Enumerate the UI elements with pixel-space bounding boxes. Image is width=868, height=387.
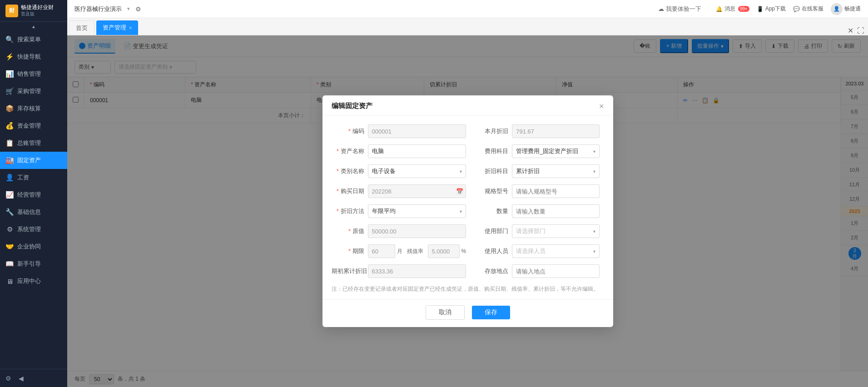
month-depr-input[interactable] [512,124,599,138]
sidebar-item-label: 固定资产 [17,156,41,164]
original-label: 原值 [332,227,364,235]
dept-select[interactable]: 请选择部门 ▾ [512,224,599,238]
bell-icon: 🔔 [716,6,723,12]
form-row-dept: 使用部门 请选择部门 ▾ [476,224,599,238]
collapse-icon[interactable]: ◀ [19,375,24,382]
modal-header: 编辑固定资产 × [322,95,613,115]
sidebar-item-inventory[interactable]: 📦 库存核算 [0,100,67,117]
quantity-input[interactable] [512,204,599,218]
sidebar-scroll-up[interactable]: ▲ [0,22,67,31]
code-label: 编码 [332,127,364,135]
experience-icon: ☁ [658,5,664,12]
form-row-period: 期限 月 残值率 % [332,244,466,258]
sidebar-item-search[interactable]: 🔍 搜索菜单 [0,31,67,48]
inventory-icon: 📦 [5,104,14,113]
tab-close-icon[interactable]: × [129,25,132,30]
sidebar-item-label: 快捷导航 [17,53,41,61]
sidebar-item-purchase[interactable]: 🛒 采购管理 [0,83,67,100]
expense-label: 费用科目 [476,147,508,155]
residual-unit: % [461,248,466,254]
download-icon: 📱 [757,6,764,12]
sidebar-item-finance[interactable]: 💰 资金管理 [0,117,67,134]
modal-title: 编辑固定资产 [332,102,372,110]
notifications-badge: 99+ [738,6,749,12]
name-input[interactable] [368,144,466,158]
form-row-depr-subject: 折旧科目 累计折旧 ▾ [476,164,599,178]
user-btn[interactable]: 👤 畅捷通 [831,3,861,15]
tab-asset[interactable]: 资产管理 × [96,20,138,35]
save-button[interactable]: 保存 [472,306,510,319]
sidebar-item-payroll[interactable]: 👤 工资 [0,169,67,186]
form-row-cumul: 期初累计折旧 [332,264,466,278]
logo-icon: 财 [5,5,18,17]
purchase-date-field: 📅 [368,184,466,198]
sidebar-item-label: 基础信息 [17,208,41,216]
spec-input[interactable] [512,184,599,198]
purchase-input[interactable] [368,184,466,198]
expense-select[interactable]: 管理费用_固定资产折旧 ▾ [512,144,599,158]
form-row-person: 使用人员 请选择人员 ▾ [476,244,599,258]
calendar-icon[interactable]: 📅 [456,188,463,195]
name-label: 资产名称 [332,147,364,155]
form-row-original: 原值 [332,224,466,238]
modal-body: 编码 资产名称 类别名称 电子设备 [322,115,613,283]
code-input[interactable] [368,124,466,138]
form-row-code: 编码 [332,124,466,138]
app-center-icon: 🖥 [5,277,14,285]
modal-footer: 取消 保存 [322,299,613,327]
sidebar-item-fixed-assets[interactable]: 🏭 固定资产 [0,152,67,169]
window-close-icon[interactable]: ✕ [848,26,853,35]
form-row-quantity: 数量 [476,204,599,218]
month-depr-label: 本月折旧 [476,127,508,135]
tabs-bar: 首页 资产管理 × ✕ ⛶ [67,18,868,35]
fixed-assets-icon: 🏭 [5,156,14,164]
depr-subject-select[interactable]: 累计折旧 ▾ [512,164,599,178]
sidebar-item-sales[interactable]: 📊 销售管理 [0,65,67,83]
quick-nav-icon: ⚡ [5,53,14,61]
cancel-button[interactable]: 取消 [426,305,465,320]
modal-right-col: 本月折旧 费用科目 管理费用_固定资产折旧 ▾ [471,124,604,278]
title-arrow[interactable]: ▾ [127,6,130,12]
sidebar-item-general-ledger[interactable]: 📋 总账管理 [0,134,67,152]
form-row-category: 类别名称 电子设备 ▾ [332,164,466,178]
person-select[interactable]: 请选择人员 ▾ [512,244,599,258]
sidebar-item-operations[interactable]: 📈 经营管理 [0,186,67,203]
form-row-expense: 费用科目 管理费用_固定资产折旧 ▾ [476,144,599,158]
sidebar-item-basic-info[interactable]: 🔧 基础信息 [0,203,67,221]
sidebar-item-label: 总账管理 [17,139,41,147]
window-expand-icon[interactable]: ⛶ [857,27,864,35]
service-btn[interactable]: 💬 在线客服 [793,5,823,13]
form-row-spec: 规格型号 [476,184,599,198]
depr-method-select[interactable]: 年限平均 ▾ [368,204,466,218]
form-row-depr-method: 折旧方法 年限平均 ▾ [332,204,466,218]
residual-label: 残值率 [407,248,423,255]
sidebar-item-cooperation[interactable]: 🤝 企业协同 [0,238,67,255]
category-select-modal[interactable]: 电子设备 ▾ [368,164,466,178]
cumul-input[interactable] [368,264,466,278]
location-input[interactable] [512,264,599,278]
original-input[interactable] [368,224,466,238]
period-input[interactable] [368,244,395,258]
location-label: 存放地点 [476,267,508,275]
sidebar-item-system[interactable]: ⚙ 系统管理 [0,221,67,238]
topbar-settings-icon[interactable]: ⚙ [135,5,141,13]
sidebar-item-quick-nav[interactable]: ⚡ 快捷导航 [0,48,67,65]
modal-overlay: 编辑固定资产 × 编码 资产名称 [67,35,868,387]
experience-btn[interactable]: ☁ 我要体验一下 [658,5,701,13]
category-label: 类别名称 [332,167,364,175]
depr-method-arrow: ▾ [460,209,462,214]
spec-label: 规格型号 [476,187,508,195]
sidebar-header: 财 畅捷通好业财 普及版 [0,0,67,22]
residual-input[interactable] [428,244,460,258]
sidebar-item-guide[interactable]: 📖 新手引导 [0,255,67,273]
download-btn[interactable]: 📱 App下载 [757,5,786,13]
modal-close-icon[interactable]: × [599,102,604,110]
depr-subject-arrow: ▾ [593,169,595,174]
topbar: 医疗器械行业演示 ▾ ⚙ ☁ 我要体验一下 🔔 消息 99+ 📱 App下载 💬… [67,0,868,18]
modal-note: 注：已经存在变更记录或者对应固定资产已经生成凭证，原值、购买日期、残值率、累计折… [322,283,613,299]
sidebar-item-app-center[interactable]: 🖥 应用中心 [0,273,67,290]
notifications-btn[interactable]: 🔔 消息 99+ [716,5,749,13]
sidebar-item-label: 库存核算 [17,104,41,113]
settings-icon[interactable]: ⚙ [5,375,11,382]
tab-home[interactable]: 首页 [69,20,94,35]
